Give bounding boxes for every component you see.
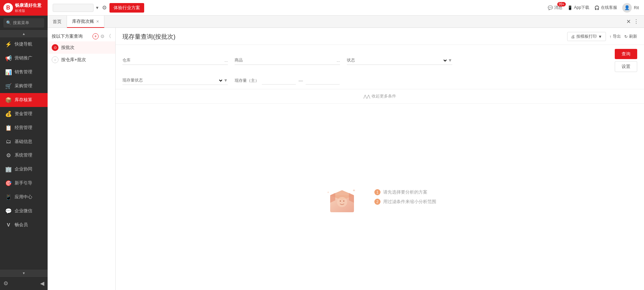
tip-num-2: 2 xyxy=(374,199,380,205)
tip-num-1: 1 xyxy=(374,189,380,195)
tab-close-button[interactable]: × xyxy=(96,19,99,24)
empty-state: ✦ ✦ 1 请先选择要分析的方案 2 用过滤 xyxy=(116,104,644,290)
sidebar-brand: 畅康通好生意 标准版 xyxy=(15,3,41,13)
topbar-right: 💬 消息 99+ 📱 App下载 🎧 在线客服 👤 Rit xyxy=(548,3,639,13)
topbar-search-input[interactable] xyxy=(53,4,94,12)
warehouse-more-button[interactable]: ... xyxy=(224,58,228,63)
refresh-button[interactable]: ↻ 刷新 xyxy=(624,34,637,39)
sidebar-header: B 畅康通好生意 标准版 xyxy=(0,0,48,16)
query-button[interactable]: 查询 xyxy=(615,49,637,59)
qty-min-input[interactable] xyxy=(262,77,296,85)
sidebar-item-finance[interactable]: 💰 资金管理 xyxy=(0,107,48,121)
empty-tips: 1 请先选择要分析的方案 2 用过滤条件来缩小分析范围 xyxy=(374,189,436,205)
status-label: 状态 xyxy=(347,57,355,63)
sidebar-item-vip[interactable]: V 畅会员 xyxy=(0,218,48,232)
page-title: 现存量查询(按批次) xyxy=(122,33,175,41)
enterprise-icon: 🏢 xyxy=(5,166,12,173)
sidebar-item-inventory[interactable]: 📦 库存核算 xyxy=(0,93,48,107)
svg-point-4 xyxy=(337,197,347,207)
qty-dash: — xyxy=(299,78,303,83)
online-service-button[interactable]: 🎧 在线客服 xyxy=(594,5,617,11)
panel-header-actions: + ⚙ 《 xyxy=(92,33,111,39)
app-download-button[interactable]: 📱 App下载 xyxy=(567,5,589,11)
printer-icon: 🖨 xyxy=(571,34,575,39)
scroll-down-button[interactable]: ▼ xyxy=(0,270,48,276)
avatar-icon: 👤 xyxy=(624,5,630,10)
panel-collapse-button[interactable]: 《 xyxy=(106,33,111,39)
quick-nav-icon: ⚡ xyxy=(5,41,12,48)
sidebar-item-enterprise-wechat[interactable]: 💬 企业微信 xyxy=(0,204,48,218)
experience-button[interactable]: 体验行业方案 xyxy=(109,3,144,13)
footer-collapse-button[interactable]: ◀ xyxy=(40,280,44,287)
inventory-icon: 📦 xyxy=(5,97,12,103)
empty-tip-1: 1 请先选择要分析的方案 xyxy=(374,189,436,195)
page-close-area: ✕ ⋮ xyxy=(626,18,644,25)
product-label: 商品 xyxy=(235,57,243,63)
username-label: Rit xyxy=(634,5,639,10)
sidebar-item-system[interactable]: ⚙ 系统管理 xyxy=(0,148,48,162)
panel-settings-button[interactable]: ⚙ xyxy=(100,34,105,39)
page-more-button[interactable]: ⋮ xyxy=(633,18,639,25)
operations-icon: 📋 xyxy=(5,125,12,131)
plan-icon-batch: ⊙ xyxy=(52,44,58,51)
plan-icon-warehouse-batch: ○ xyxy=(52,56,58,63)
inventory-status-select[interactable] xyxy=(146,78,223,83)
sidebar-item-purchase[interactable]: 🛒 采购管理 xyxy=(0,79,48,93)
marketing-icon: 📢 xyxy=(5,55,12,61)
newbie-icon: 🎯 xyxy=(5,180,12,186)
footer-settings-button[interactable]: ⚙ xyxy=(3,280,8,287)
product-more-button[interactable]: ... xyxy=(337,58,340,63)
status-select[interactable]: 全部 正常 禁用 xyxy=(358,58,448,63)
gear-icon: ⚙ xyxy=(102,5,107,11)
print-dropdown-icon: ▼ xyxy=(598,34,602,39)
svg-text:✦: ✦ xyxy=(327,191,329,194)
footer-settings-icon: ⚙ xyxy=(3,280,8,286)
warehouse-input[interactable] xyxy=(133,58,224,63)
topbar: ▼ ⚙ 体验行业方案 💬 消息 99+ 📱 App下载 🎧 在线客服 xyxy=(48,0,644,16)
print-button[interactable]: 🖨 按模板打印 ▼ xyxy=(567,32,606,41)
messages-button[interactable]: 💬 消息 99+ xyxy=(548,5,562,11)
sidebar-item-basics[interactable]: 🗂 基础信息 xyxy=(0,135,48,148)
page-title-actions: 🖨 按模板打印 ▼ ↑ 导出 ↻ 刷新 xyxy=(567,32,637,41)
product-input[interactable] xyxy=(245,58,337,63)
finance-icon: 💰 xyxy=(5,111,12,117)
svg-point-6 xyxy=(343,200,344,202)
sidebar: B 畅康通好生意 标准版 🔍 搜索菜单 ▲ ⚡ 快捷导航 📢 营销推广 📊 销售… xyxy=(0,0,48,290)
refresh-icon: ↻ xyxy=(624,34,628,39)
sidebar-footer: ⚙ ◀ xyxy=(0,276,48,290)
sidebar-item-marketing[interactable]: 📢 营销推广 xyxy=(0,51,48,65)
sidebar-item-newbie[interactable]: 🎯 新手引导 xyxy=(0,176,48,190)
qty-max-input[interactable] xyxy=(306,77,340,85)
scroll-up-button[interactable]: ▲ xyxy=(0,31,48,37)
app-center-icon: 📱 xyxy=(5,194,12,200)
tab-home[interactable]: 首页 xyxy=(48,16,67,28)
inventory-status-label: 现存量状态 xyxy=(122,77,143,83)
sidebar-item-sales[interactable]: 📊 销售管理 xyxy=(0,65,48,79)
inventory-qty-label: 现存量（主） xyxy=(235,78,259,84)
sidebar-item-quick-nav[interactable]: ⚡ 快捷导航 xyxy=(0,37,48,51)
empty-illustration: ✦ ✦ xyxy=(323,177,364,217)
topbar-dropdown-button[interactable]: ▼ xyxy=(95,5,99,10)
page-content: 按以下方案查询 + ⚙ 《 ⊙ 按批次 ○ 按仓库+批次 xyxy=(48,28,644,290)
export-button[interactable]: ↑ 导出 xyxy=(609,34,621,39)
plan-item-by-batch[interactable]: ⊙ 按批次 xyxy=(48,41,115,54)
footer-collapse-icon: ◀ xyxy=(40,280,44,286)
tabbar: 首页 库存批次账 × ✕ ⋮ xyxy=(48,16,644,28)
messages-badge: 99+ xyxy=(557,2,566,6)
sidebar-item-operations[interactable]: 📋 经营管理 xyxy=(0,121,48,135)
vip-icon: V xyxy=(5,222,12,228)
plan-item-by-warehouse-batch[interactable]: ○ 按仓库+批次 xyxy=(48,54,115,66)
page-close-button[interactable]: ✕ xyxy=(626,18,631,25)
svg-point-5 xyxy=(340,200,341,202)
user-area[interactable]: 👤 Rit xyxy=(622,3,639,13)
sidebar-item-app-center[interactable]: 📱 应用中心 xyxy=(0,190,48,204)
topbar-gear-button[interactable]: ⚙ xyxy=(102,4,107,11)
add-plan-button[interactable]: + xyxy=(92,33,99,39)
search-menu-button[interactable]: 🔍 搜索菜单 xyxy=(3,18,44,28)
page-title-bar: 现存量查询(按批次) 🖨 按模板打印 ▼ ↑ 导出 ↻ 刷新 xyxy=(116,28,644,45)
collapse-conditions-button[interactable]: ⋀⋀ 收起更多条件 xyxy=(363,91,396,101)
settings-button[interactable]: 设置 xyxy=(615,61,637,72)
tab-inventory-batch[interactable]: 库存批次账 × xyxy=(67,16,104,28)
sidebar-item-enterprise[interactable]: 🏢 企业协同 xyxy=(0,162,48,176)
message-icon: 💬 xyxy=(548,5,553,10)
